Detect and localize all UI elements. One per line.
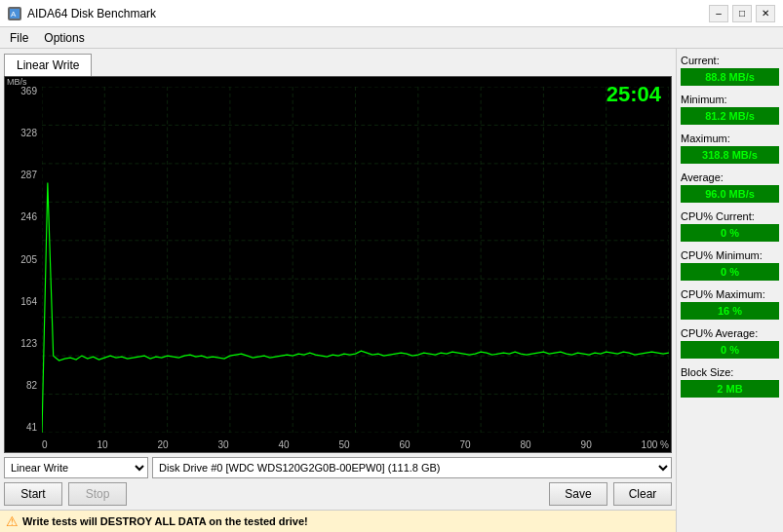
start-button[interactable]: Start [4,482,62,506]
stat-cpu-average: CPU% Average: 0 % [681,327,779,359]
y-label-205: 205 [7,255,37,265]
minimize-button[interactable]: – [709,5,728,22]
current-label: Current: [681,55,779,66]
tab-bar: Linear Write [0,49,676,76]
cpu-average-value: 0 % [681,341,779,359]
right-panel: Current: 88.8 MB/s Minimum: 81.2 MB/s Ma… [676,49,783,532]
cpu-minimum-label: CPU% Minimum: [681,249,779,261]
cpu-minimum-value: 0 % [681,263,779,281]
controls-row1: Linear Write Linear Read Random Write Ra… [4,457,672,478]
stat-minimum: Minimum: 81.2 MB/s [681,94,779,125]
stat-maximum: Maximum: 318.8 MB/s [681,133,779,164]
block-size-label: Block Size: [681,366,779,378]
menu-options[interactable]: Options [38,29,90,47]
x-label-70: 70 [460,439,471,450]
y-label-164: 164 [7,297,37,307]
save-button[interactable]: Save [549,482,607,506]
y-label-287: 287 [7,171,37,180]
clear-button[interactable]: Clear [613,482,672,506]
x-label-40: 40 [279,439,290,450]
x-label-50: 50 [339,439,350,450]
warning-icon: ⚠ [6,513,19,529]
stop-button[interactable]: Stop [68,482,127,506]
block-size-value: 2 MB [681,380,779,398]
x-axis: 0 10 20 30 40 50 60 70 80 90 100 % [42,439,669,450]
x-label-90: 90 [581,439,592,450]
chart-svg [42,87,669,433]
y-label-328: 328 [7,129,37,138]
cpu-current-label: CPU% Current: [681,210,779,222]
x-label-10: 10 [97,439,107,450]
stat-cpu-minimum: CPU% Minimum: 0 % [681,249,779,281]
y-axis: 369 328 287 246 205 164 123 82 41 [5,87,39,433]
x-label-100: 100 % [642,439,669,450]
title-bar: A AIDA64 Disk Benchmark – □ ✕ [0,0,783,27]
controls-left: Start Stop [4,482,127,506]
test-select[interactable]: Linear Write Linear Read Random Write Ra… [4,457,148,478]
y-label-123: 123 [7,339,37,349]
x-label-20: 20 [157,439,168,450]
stat-block-size: Block Size: 2 MB [681,366,779,398]
stat-cpu-maximum: CPU% Maximum: 16 % [681,288,779,320]
maximum-label: Maximum: [681,133,779,144]
x-label-60: 60 [400,439,411,450]
window-title: AIDA64 Disk Benchmark [27,7,156,20]
cpu-average-label: CPU% Average: [681,327,779,339]
svg-text:A: A [11,10,17,19]
stat-cpu-current: CPU% Current: 0 % [681,210,779,242]
x-label-80: 80 [521,439,531,450]
drive-select[interactable]: Disk Drive #0 [WDC WDS120G2G0B-00EPW0] (… [152,457,672,478]
left-panel: Linear Write MB/s 25:04 [0,49,676,532]
x-label-30: 30 [217,439,228,450]
controls-right: Save Clear [549,482,672,506]
chart-area: MB/s 25:04 [4,76,672,453]
maximize-button[interactable]: □ [732,5,752,22]
warning-bar: ⚠ Write tests will DESTROY ALL DATA on t… [0,510,676,532]
bottom-controls: Linear Write Linear Read Random Write Ra… [0,453,676,510]
current-value: 88.8 MB/s [681,68,779,86]
stat-average: Average: 96.0 MB/s [681,171,779,203]
title-bar-controls: – □ ✕ [709,5,775,22]
average-label: Average: [681,171,779,183]
average-value: 96.0 MB/s [681,185,779,203]
minimum-value: 81.2 MB/s [681,107,779,125]
cpu-maximum-value: 16 % [681,302,779,320]
y-label-82: 82 [7,381,37,391]
title-bar-left: A AIDA64 Disk Benchmark [8,7,156,20]
menu-file[interactable]: File [4,29,34,47]
cpu-current-value: 0 % [681,224,779,242]
menu-bar: File Options [0,27,783,49]
y-label-246: 246 [7,212,37,222]
cpu-maximum-label: CPU% Maximum: [681,288,779,300]
main-content: Linear Write MB/s 25:04 [0,49,783,532]
y-label-41: 41 [7,423,37,433]
warning-text: Write tests will DESTROY ALL DATA on the… [22,515,308,527]
y-label-369: 369 [7,87,37,96]
minimum-label: Minimum: [681,94,779,105]
maximum-value: 318.8 MB/s [681,146,779,164]
stat-current: Current: 88.8 MB/s [681,55,779,86]
tab-linear-write[interactable]: Linear Write [4,54,92,77]
close-button[interactable]: ✕ [756,5,775,22]
x-label-0: 0 [42,439,48,450]
controls-row2: Start Stop Save Clear [4,482,672,506]
app-icon: A [8,7,21,20]
